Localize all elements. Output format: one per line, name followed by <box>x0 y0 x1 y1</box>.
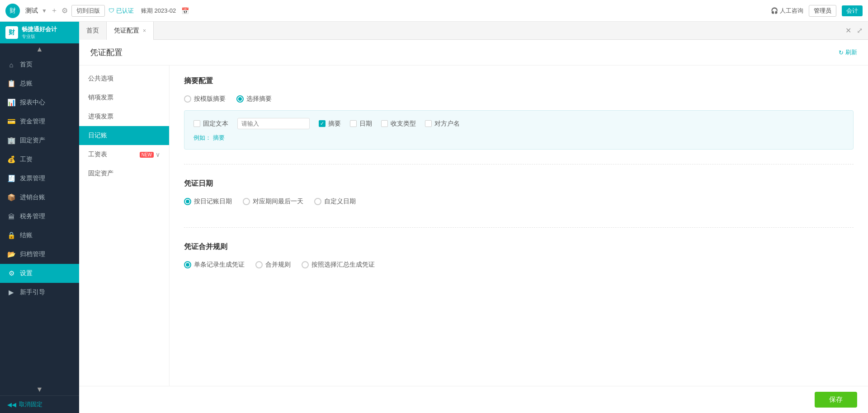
sidebar-scroll-up[interactable]: ▲ <box>0 43 79 55</box>
sidebar-item-label-archive: 归档管理 <box>20 250 45 258</box>
radio-period-last[interactable]: 对应期间最后一天 <box>243 197 303 206</box>
left-nav-journal[interactable]: 日记账 <box>79 126 169 145</box>
guide-icon: ▶ <box>7 288 15 296</box>
payroll-icon: 💰 <box>7 155 15 164</box>
sidebar-item-finance[interactable]: 💳 资金管理 <box>0 112 79 131</box>
sidebar-item-label-report: 报表中心 <box>20 99 45 107</box>
project-dropdown-icon[interactable]: ▼ <box>42 8 47 14</box>
gear-icon[interactable]: ⚙ <box>61 6 68 15</box>
inner-layout: 公共选项 销项发票 进项发票 日记账 工资表 NEW ∨ 固定资产 摘要配置 <box>79 66 868 386</box>
save-button[interactable]: 保存 <box>815 392 857 408</box>
checkbox-pay-type[interactable]: 收支类型 <box>381 120 416 128</box>
radio-select-merge[interactable]: 按照选择汇总生成凭证 <box>302 261 375 269</box>
checkbox-abstract-box: ✓ <box>319 120 326 127</box>
sidebar-item-label-asset: 固定资产 <box>20 136 45 145</box>
sidebar-item-label-close: 结账 <box>20 231 33 239</box>
tab-home[interactable]: 首页 <box>79 22 107 40</box>
voucher-merge-section: 凭证合并规则 单条记录生成凭证 合并规则 按照选择汇总生成凭证 <box>184 242 854 291</box>
calendar-icon[interactable]: 📅 <box>181 7 189 14</box>
sidebar-item-label-home: 首页 <box>20 61 33 69</box>
project-name: 测试 <box>25 7 38 15</box>
radio-merge-rule[interactable]: 合并规则 <box>255 261 291 269</box>
tab-bar: 首页 凭证配置 × ✕ ⤢ <box>79 22 868 40</box>
radio-select-summary-circle <box>236 95 244 103</box>
summary-options-box: 固定文本 ✓ 摘要 日期 <box>184 110 854 150</box>
fixed-text-input[interactable] <box>237 118 310 129</box>
sidebar-item-guide[interactable]: ▶ 新手引导 <box>0 283 79 302</box>
sidebar-item-home[interactable]: ⌂ 首页 <box>0 55 79 74</box>
sidebar-item-label-finance: 资金管理 <box>20 117 45 126</box>
finance-icon: 💳 <box>7 117 15 126</box>
consult-button[interactable]: 🎧 人工咨询 <box>771 7 803 15</box>
cancel-fixed-button[interactable]: ◀◀ 取消固定 <box>0 395 79 413</box>
bottom-bar: 保存 <box>79 386 868 413</box>
tab-close-icon[interactable]: × <box>143 28 146 34</box>
radio-custom-date-label: 自定义日期 <box>324 197 356 206</box>
voucher-merge-title: 凭证合并规则 <box>184 242 854 252</box>
left-nav-fixed-asset[interactable]: 固定资产 <box>79 164 169 183</box>
radio-template-circle <box>184 95 191 103</box>
checkbox-counterpart[interactable]: 对方户名 <box>425 120 460 128</box>
sidebar-item-report[interactable]: 📊 报表中心 <box>0 93 79 112</box>
accountant-button[interactable]: 会计 <box>842 5 863 16</box>
old-version-button[interactable]: 切到旧版 <box>71 5 105 17</box>
radio-template-label: 按模版摘要 <box>194 95 226 103</box>
sidebar-item-payroll[interactable]: 💰 工资 <box>0 150 79 169</box>
radio-merge-rule-label: 合并规则 <box>265 261 291 269</box>
sidebar: 财 畅捷通好会计 专业版 ▲ ⌂ 首页 📋 总账 📊 报表中心 💳 <box>0 22 79 413</box>
radio-select-summary[interactable]: 选择摘要 <box>236 95 272 103</box>
sidebar-item-ledger[interactable]: 📋 总账 <box>0 74 79 93</box>
radio-single-label: 单条记录生成凭证 <box>194 261 245 269</box>
checkbox-date-label: 日期 <box>359 120 372 128</box>
new-badge: NEW <box>140 152 154 158</box>
radio-custom-date[interactable]: 自定义日期 <box>314 197 356 206</box>
asset-icon: 🏢 <box>7 136 15 145</box>
radio-single[interactable]: 单条记录生成凭证 <box>184 261 245 269</box>
sidebar-item-sales[interactable]: 📦 进销台账 <box>0 188 79 207</box>
admin-button[interactable]: 管理员 <box>809 5 836 17</box>
checkbox-fixed-text[interactable]: 固定文本 <box>193 120 228 128</box>
content-area: 首页 凭证配置 × ✕ ⤢ 凭证配置 ↻ 刷新 公共选项 销项发票 <box>79 22 868 413</box>
main-layout: 财 畅捷通好会计 专业版 ▲ ⌂ 首页 📋 总账 📊 报表中心 💳 <box>0 22 868 413</box>
sidebar-item-close[interactable]: 🔒 结账 <box>0 226 79 245</box>
sidebar-item-asset[interactable]: 🏢 固定资产 <box>0 131 79 150</box>
tab-close-button[interactable]: ✕ <box>844 24 853 37</box>
radio-journal-date[interactable]: 按日记账日期 <box>184 197 232 206</box>
voucher-date-radio-group: 按日记账日期 对应期间最后一天 自定义日期 <box>184 197 854 206</box>
sidebar-item-tax[interactable]: 🏛 税务管理 <box>0 207 79 226</box>
left-nav-purchase-invoice[interactable]: 进项发票 <box>79 107 169 126</box>
certified-badge: 🛡 已认证 <box>108 7 134 15</box>
sidebar-logo-icon: 财 <box>5 26 18 39</box>
left-nav-sales-invoice[interactable]: 销项发票 <box>79 88 169 107</box>
checkbox-abstract-label: 摘要 <box>328 120 341 128</box>
add-icon[interactable]: ＋ <box>51 6 58 15</box>
logo-icon: 财 <box>5 4 20 18</box>
sidebar-item-settings[interactable]: ⚙ 设置 <box>0 264 79 283</box>
archive-icon: 📂 <box>7 250 15 258</box>
checkbox-abstract[interactable]: ✓ 摘要 <box>319 120 341 128</box>
sidebar-item-label-guide: 新手引导 <box>20 288 45 296</box>
tab-expand-button[interactable]: ⤢ <box>855 24 864 37</box>
close-accounts-icon: 🔒 <box>7 231 15 239</box>
headset-icon: 🎧 <box>771 7 778 14</box>
home-icon: ⌂ <box>7 61 15 69</box>
refresh-button[interactable]: ↻ 刷新 <box>839 48 857 56</box>
left-nav-payroll-table[interactable]: 工资表 NEW ∨ <box>79 145 169 164</box>
checkbox-date[interactable]: 日期 <box>350 120 372 128</box>
topbar: 财 测试 ▼ ＋ ⚙ 切到旧版 🛡 已认证 账期 2023-02 📅 🎧 人工咨… <box>0 0 868 22</box>
sidebar-logo-sub: 专业版 <box>22 33 57 40</box>
tab-voucher-config[interactable]: 凭证配置 × <box>107 22 154 40</box>
radio-template[interactable]: 按模版摘要 <box>184 95 226 103</box>
refresh-icon: ↻ <box>839 49 844 56</box>
voucher-date-section: 凭证日期 按日记账日期 对应期间最后一天 自定义日期 <box>184 179 854 228</box>
sidebar-scroll-down[interactable]: ▼ <box>0 384 79 395</box>
tab-home-label: 首页 <box>86 27 99 35</box>
left-nav-public[interactable]: 公共选项 <box>79 69 169 88</box>
voucher-merge-radio-group: 单条记录生成凭证 合并规则 按照选择汇总生成凭证 <box>184 261 854 269</box>
sidebar-item-archive[interactable]: 📂 归档管理 <box>0 245 79 264</box>
checkbox-pay-type-box <box>381 120 388 127</box>
sidebar-item-invoice[interactable]: 🧾 发票管理 <box>0 169 79 188</box>
sidebar-logo-main: 畅捷通好会计 <box>22 25 57 33</box>
sales-icon: 📦 <box>7 193 15 202</box>
radio-journal-date-label: 按日记账日期 <box>194 197 232 206</box>
